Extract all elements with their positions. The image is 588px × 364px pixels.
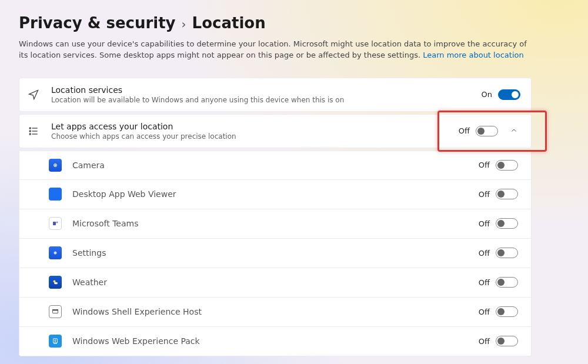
- breadcrumb-parent[interactable]: Privacy & security: [19, 14, 176, 32]
- breadcrumb-separator: ›: [182, 17, 186, 31]
- apps-access-toggle[interactable]: [476, 126, 498, 136]
- app-toggle[interactable]: [496, 277, 518, 288]
- svg-rect-15: [53, 310, 58, 311]
- location-services-subtitle: Location will be available to Windows an…: [51, 96, 482, 104]
- svg-rect-8: [53, 222, 56, 225]
- camera-app-icon: [49, 159, 62, 172]
- web-experience-app-icon: [49, 335, 62, 348]
- svg-point-0: [29, 128, 31, 129]
- settings-app-icon: [49, 246, 62, 259]
- app-toggle[interactable]: [496, 306, 518, 317]
- app-toggle-state: Off: [479, 337, 490, 346]
- location-services-toggle[interactable]: [498, 89, 520, 100]
- breadcrumb-current: Location: [192, 14, 266, 32]
- breadcrumb: Privacy & security › Location: [19, 14, 569, 32]
- app-toggle[interactable]: [496, 189, 518, 199]
- apps-access-title: Let apps access your location: [51, 122, 459, 131]
- app-label: Windows Shell Experience Host: [72, 307, 479, 316]
- app-toggle-state: Off: [479, 308, 490, 316]
- app-toggle-state: Off: [479, 278, 490, 287]
- teams-app-icon: [49, 217, 62, 230]
- app-toggle[interactable]: [496, 218, 518, 229]
- generic-app-icon: [49, 188, 62, 201]
- svg-point-13: [54, 282, 58, 285]
- navigation-arrow-icon: [28, 89, 39, 101]
- svg-point-11: [55, 252, 56, 253]
- app-label: Weather: [72, 278, 479, 287]
- app-row-settings: Settings Off: [19, 239, 532, 268]
- list-options-icon: [28, 125, 39, 137]
- app-row-microsoft-teams: Microsoft Teams Off: [19, 209, 532, 239]
- svg-point-7: [55, 165, 56, 166]
- svg-point-1: [29, 131, 31, 132]
- app-toggle-state: Off: [479, 219, 490, 228]
- apps-access-state: Off: [459, 126, 470, 135]
- location-services-state: On: [482, 90, 492, 99]
- app-row-desktop-app-web-viewer: Desktop App Web Viewer Off: [19, 180, 532, 209]
- app-label: Desktop App Web Viewer: [72, 189, 479, 199]
- app-toggle-state: Off: [479, 249, 490, 258]
- app-label: Microsoft Teams: [72, 219, 479, 228]
- location-services-title: Location services: [51, 85, 482, 95]
- apps-list: Camera Off Desktop App Web Viewer Off: [19, 151, 532, 356]
- app-toggle-state: Off: [479, 161, 490, 169]
- app-toggle[interactable]: [496, 160, 518, 171]
- svg-point-9: [56, 222, 58, 223]
- weather-app-icon: [49, 276, 62, 289]
- app-row-web-experience-pack: Windows Web Experience Pack Off: [19, 327, 532, 356]
- apps-access-row[interactable]: Let apps access your location Choose whi…: [19, 114, 532, 148]
- app-label: Windows Web Experience Pack: [72, 336, 479, 346]
- shell-app-icon: [49, 305, 62, 318]
- page-description: Windows can use your device's capabiliti…: [19, 39, 530, 61]
- app-row-camera: Camera Off: [19, 151, 532, 180]
- app-toggle[interactable]: [496, 248, 518, 258]
- app-row-weather: Weather Off: [19, 268, 532, 298]
- location-services-row: Location services Location will be avail…: [19, 78, 532, 112]
- apps-access-subtitle: Choose which apps can access your precis…: [51, 132, 459, 141]
- app-row-shell-experience-host: Windows Shell Experience Host Off: [19, 298, 532, 327]
- app-label: Camera: [72, 161, 479, 170]
- app-toggle[interactable]: [496, 336, 518, 346]
- app-label: Settings: [72, 248, 479, 258]
- chevron-up-icon[interactable]: [507, 125, 520, 136]
- learn-more-link[interactable]: Learn more about location: [423, 51, 524, 59]
- svg-point-2: [29, 133, 31, 135]
- app-toggle-state: Off: [479, 190, 490, 199]
